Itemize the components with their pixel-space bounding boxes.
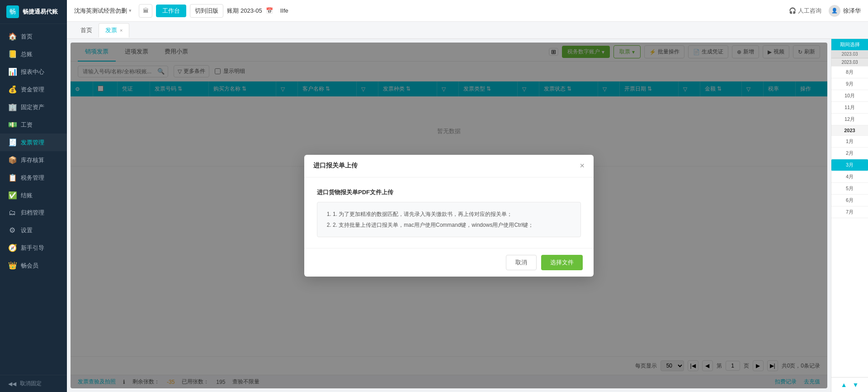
period-item-7[interactable]: 7月 — [831, 206, 868, 218]
sidebar-item-archive[interactable]: 🗂 归档管理 — [0, 204, 67, 221]
sidebar-item-label: 税务管理 — [21, 174, 44, 182]
modal-info-item-1: 1. 为了更加精准的数据匹配，请先录入海关缴款书，再上传对应的报关单； — [333, 209, 572, 220]
period-item-11[interactable]: 11月 — [831, 102, 868, 114]
period-item-10[interactable]: 10月 — [831, 90, 868, 102]
period-item-2[interactable]: 2月 — [831, 148, 868, 159]
tab-home[interactable]: 首页 — [74, 24, 99, 37]
sidebar-item-assets[interactable]: 🏢 固定资产 — [0, 98, 67, 116]
period-item-8[interactable]: 8月 — [831, 67, 868, 78]
period-display: 账期 2023-05 📅 — [227, 7, 273, 15]
tax-icon: 📋 — [8, 173, 16, 182]
sidebar-item-label: 总账 — [21, 50, 33, 58]
workspace-button[interactable]: 工作台 — [156, 5, 186, 17]
sidebar-item-reports[interactable]: 📊 报表中心 — [0, 63, 67, 81]
member-icon: 👑 — [8, 261, 16, 270]
logo-icon: 畅 — [6, 5, 19, 18]
tab-close-icon[interactable]: × — [120, 28, 123, 33]
tabs-bar: 首页 发票 × — [67, 22, 868, 39]
sidebar-item-label: 资金管理 — [21, 86, 44, 94]
right-side-panel: 期间选择 2023.03 2023.03 8月 9月 10月 11月 12月 2… — [831, 39, 868, 392]
sidebar-item-label: 报表中心 — [21, 68, 44, 76]
sidebar-item-label: 新手引导 — [21, 244, 44, 252]
settlement-icon: ✅ — [8, 191, 16, 200]
company-selector[interactable]: 沈海英测试经营勿删 — [74, 7, 132, 15]
home-icon: 🏠 — [8, 32, 16, 41]
period-year-2023[interactable]: 2023 — [831, 125, 868, 136]
modal-section-title: 进口货物报关单PDF文件上传 — [317, 188, 581, 196]
logo-text: 畅捷通易代账 — [23, 8, 58, 16]
tab-home-label: 首页 — [80, 26, 92, 34]
sidebar-item-label: 库存核算 — [21, 156, 44, 164]
sidebar-item-settings[interactable]: ⚙ 设置 — [0, 221, 67, 239]
period-item-1[interactable]: 1月 — [831, 136, 868, 148]
old-version-button[interactable]: 切到旧版 — [190, 4, 223, 18]
sidebar-item-home[interactable]: 🏠 首页 — [0, 28, 67, 45]
sidebar: 畅 畅捷通易代账 🏠 首页 📒 总账 📊 报表中心 💰 资金管理 🏢 — [0, 0, 67, 392]
period-item-3[interactable]: 3月 — [831, 159, 868, 171]
pin-icon: ◀◀ — [8, 381, 16, 387]
topbar: 沈海英测试经营勿删 🏛 工作台 切到旧版 账期 2023-05 📅 IIfe 🎧… — [67, 0, 868, 22]
period-item-12[interactable]: 12月 — [831, 114, 868, 125]
modal-cancel-button[interactable]: 取消 — [506, 255, 537, 270]
sidebar-item-tax[interactable]: 📋 税务管理 — [0, 169, 67, 186]
help-button[interactable]: 🎧 人工咨询 — [789, 7, 821, 15]
sidebar-item-label: 设置 — [21, 226, 33, 234]
modal-close-button[interactable]: × — [580, 161, 585, 171]
salary-icon: 💵 — [8, 120, 16, 129]
sidebar-item-label: 固定资产 — [21, 103, 44, 111]
sidebar-nav: 🏠 首页 📒 总账 📊 报表中心 💰 资金管理 🏢 固定资产 💵 工资 — [0, 24, 67, 375]
archive-icon: 🗂 — [8, 209, 16, 217]
sidebar-unpin[interactable]: ◀◀ 取消固定 — [0, 375, 67, 392]
topbar-right: 🎧 人工咨询 👤 徐泽华 — [789, 5, 861, 17]
sidebar-item-invoice[interactable]: 🧾 发票管理 — [0, 134, 67, 151]
modal-overlay: 进口报关单上传 × 进口货物报关单PDF文件上传 1. 为了更加精准的数据匹配，… — [71, 43, 827, 388]
modal-body: 进口货物报关单PDF文件上传 1. 为了更加精准的数据匹配，请先录入海关缴款书，… — [304, 177, 594, 248]
period-item-5[interactable]: 5月 — [831, 183, 868, 195]
modal-info-box: 1. 为了更加精准的数据匹配，请先录入海关缴款书，再上传对应的报关单； 2. 支… — [317, 202, 581, 237]
iife-label: IIfe — [280, 7, 288, 14]
period-2023-03-header: 2023.03 — [831, 50, 868, 58]
period-list: 2023.03 2023.03 8月 9月 10月 11月 12月 2023 1… — [831, 50, 868, 377]
import-customs-modal: 进口报关单上传 × 进口货物报关单PDF文件上传 1. 为了更加精准的数据匹配，… — [304, 155, 594, 277]
invoice-icon: 🧾 — [8, 138, 16, 147]
calendar-icon[interactable]: 📅 — [266, 7, 273, 14]
modal-info-item-2: 2. 支持批量上传进口报关单，mac用户使用Command键，windows用户… — [333, 220, 572, 230]
company-icon-btn[interactable]: 🏛 — [139, 4, 152, 18]
sidebar-item-label: 归档管理 — [21, 209, 44, 217]
period-up-icon[interactable]: ▲ — [839, 379, 849, 390]
user-name: 徐泽华 — [843, 7, 861, 15]
period-item-9[interactable]: 9月 — [831, 78, 868, 90]
sidebar-item-salary[interactable]: 💵 工资 — [0, 116, 67, 134]
modal-select-file-button[interactable]: 选择文件 — [541, 255, 583, 270]
sidebar-item-capital[interactable]: 💰 资金管理 — [0, 81, 67, 98]
period-item-4[interactable]: 4月 — [831, 171, 868, 183]
tab-invoice[interactable]: 发票 × — [99, 23, 129, 38]
sidebar-logo: 畅 畅捷通易代账 — [0, 0, 67, 24]
assets-icon: 🏢 — [8, 103, 16, 111]
period-label: 账期 — [227, 7, 239, 15]
period-item-6[interactable]: 6月 — [831, 195, 868, 206]
modal-title: 进口报关单上传 — [313, 162, 358, 170]
period-item-0[interactable]: 2023.03 — [831, 58, 868, 67]
sidebar-item-label: 畅会员 — [21, 262, 38, 270]
settings-icon: ⚙ — [8, 226, 16, 234]
help-label: 人工咨询 — [798, 7, 821, 15]
user-menu[interactable]: 👤 徐泽华 — [829, 5, 861, 17]
building-icon: 🏛 — [143, 7, 149, 14]
sidebar-item-member[interactable]: 👑 畅会员 — [0, 257, 67, 274]
capital-icon: 💰 — [8, 85, 16, 94]
reports-icon: 📊 — [8, 67, 16, 76]
sidebar-item-settlement[interactable]: ✅ 结账 — [0, 186, 67, 204]
open-date-button[interactable]: 期间选择 — [831, 39, 868, 50]
inventory-icon: 📦 — [8, 156, 16, 164]
sidebar-item-ledger[interactable]: 📒 总账 — [0, 45, 67, 63]
sidebar-item-inventory[interactable]: 📦 库存核算 — [0, 151, 67, 169]
open-date-label: 期间选择 — [840, 42, 860, 47]
sidebar-item-label: 工资 — [21, 121, 33, 129]
tab-invoice-label: 发票 — [105, 26, 117, 34]
sidebar-item-label: 发票管理 — [21, 139, 44, 147]
period-down-icon[interactable]: ▼ — [851, 379, 861, 390]
period-nav-buttons: ▲ ▼ — [831, 377, 868, 392]
user-avatar: 👤 — [829, 5, 840, 17]
sidebar-item-tutorial[interactable]: 🧭 新手引导 — [0, 239, 67, 257]
